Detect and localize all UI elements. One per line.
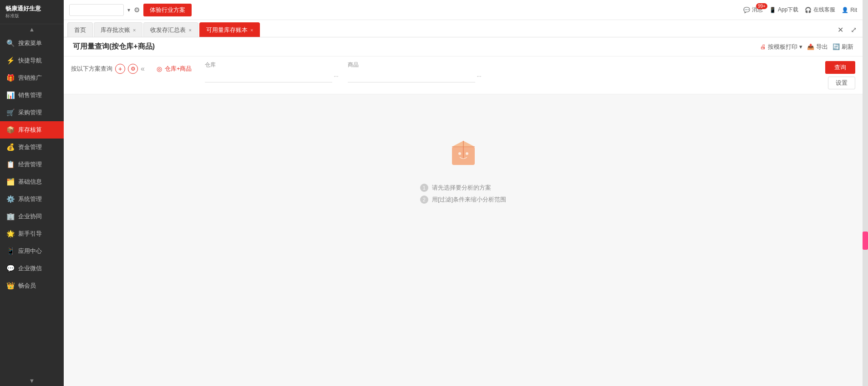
sidebar-item-weixin[interactable]: 💬 企业微信 [0,260,64,277]
tip-text-1: 请先选择要分析的方案 [432,184,491,192]
user-name-label: Rit [850,7,857,13]
message-chat-icon: 💬 [743,7,750,13]
sidebar-item-purchase[interactable]: 🛒 采购管理 [0,104,64,121]
topbar-message-btn[interactable]: 💬 消息 99+ [743,6,763,14]
sidebar-scroll-up[interactable]: ▲ [0,24,64,35]
topbar-app-download-btn[interactable]: 📱 App下载 [769,6,798,14]
print-icon: 🖨 [760,43,766,50]
trial-industry-button[interactable]: 体验行业方案 [143,4,192,16]
service-headset-icon: 🎧 [805,7,812,13]
scrollbar-thumb[interactable] [863,232,868,250]
query-actions: 查询 设置 [825,61,855,89]
sidebar-item-label: 系统管理 [18,195,42,203]
page-title: 可用量查询(按仓库+商品) [73,42,155,51]
svg-point-4 [458,152,461,155]
sidebar-item-label: 快捷导航 [18,57,42,65]
sidebar-item-basics[interactable]: 🗂️ 基础信息 [0,173,64,190]
tab-batch-label: 库存批次账 [101,26,130,34]
tip-text-2: 用[过滤]条件来缩小分析范围 [432,196,506,204]
sidebar-item-search[interactable]: 🔍 搜索菜单 [0,35,64,52]
page-header: 可用量查询(按仓库+商品) 🖨 按模板打印 ▾ 📤 导出 🔄 刷新 [64,37,863,57]
member-icon: 👑 [6,282,15,290]
funds-icon: 💰 [6,143,15,151]
operations-icon: 📋 [6,160,15,169]
sidebar-item-label: 经营管理 [18,160,42,169]
filter-add-scheme-btn[interactable]: + [115,64,125,74]
topbar-dropdown-btn[interactable]: ▾ [127,7,130,13]
main-area: ▾ ⚙ 体验行业方案 💬 消息 99+ 📱 App下载 🎧 在线客服 👤 Rit [64,0,863,386]
tab-home-label: 首页 [74,26,86,34]
refresh-btn[interactable]: 🔄 刷新 [832,43,853,51]
tab-summary[interactable]: 收发存汇总表 × [143,22,198,37]
sidebar-item-label: 畅会员 [18,282,36,290]
right-scrollbar[interactable] [863,0,868,386]
topbar-search-input[interactable] [69,4,124,16]
page-content: 可用量查询(按仓库+商品) 🖨 按模板打印 ▾ 📤 导出 🔄 刷新 [64,37,863,386]
topbar-right: 💬 消息 99+ 📱 App下载 🎧 在线客服 👤 Rit [743,6,857,14]
sidebar-item-enterprise[interactable]: 🏢 企业协同 [0,208,64,225]
app-download-icon: 📱 [769,7,776,13]
newbie-icon: 🌟 [6,230,15,238]
sidebar-item-label: 企业协同 [18,212,42,221]
topbar-gear-btn[interactable]: ⚙ [134,6,140,14]
tab-maximize-btn[interactable]: ⤢ [848,25,859,35]
message-badge: 99+ [756,3,767,9]
sidebar-item-marketing[interactable]: 🎁 营销推广 [0,69,64,87]
tab-close-btn[interactable]: ✕ [835,25,846,35]
enterprise-icon: 🏢 [6,212,15,221]
tab-available-label: 可用量库存账本 [206,26,248,34]
topbar-user-btn[interactable]: 👤 Rit [842,7,857,13]
tab-summary-close[interactable]: × [188,27,191,33]
tab-batch-close[interactable]: × [133,27,136,33]
sidebar-item-quicknav[interactable]: ⚡ 快捷导航 [0,52,64,69]
empty-tip-2: 2 用[过滤]条件来缩小分析范围 [420,196,506,204]
query-button[interactable]: 查询 [825,61,855,74]
empty-tips: 1 请先选择要分析的方案 2 用[过滤]条件来缩小分析范围 [420,184,506,204]
scheme-active-icon: ◎ [157,65,162,72]
purchase-icon: 🛒 [6,108,15,117]
svg-point-5 [466,152,468,155]
sidebar-item-operations[interactable]: 📋 经营管理 [0,156,64,173]
scheme-item-warehouse-goods[interactable]: ◎ 仓库+商品 [153,63,196,75]
warehouse-more-btn[interactable]: ··· [334,73,339,79]
tab-batch[interactable]: 库存批次账 × [94,22,142,37]
sidebar-item-appcenter[interactable]: 📱 应用中心 [0,242,64,260]
tab-available-close[interactable]: × [250,27,253,33]
sidebar-item-member[interactable]: 👑 畅会员 [0,277,64,294]
export-icon: 📤 [807,43,814,50]
sidebar-item-label: 企业微信 [18,264,42,273]
filter-schemes-list: ◎ 仓库+商品 [153,63,196,75]
sidebar-item-label: 营销推广 [18,74,42,82]
tip-num-2: 2 [420,196,428,204]
search-icon: 🔍 [6,39,15,47]
tab-home[interactable]: 首页 [67,22,93,37]
tab-available[interactable]: 可用量库存账本 × [199,22,260,37]
sidebar-item-sales[interactable]: 📊 销售管理 [0,87,64,104]
topbar-online-service-btn[interactable]: 🎧 在线客服 [805,6,835,14]
empty-state: 1 请先选择要分析的方案 2 用[过滤]条件来缩小分析范围 [64,94,863,240]
sidebar-item-funds[interactable]: 💰 资金管理 [0,139,64,156]
page-header-actions: 🖨 按模板打印 ▾ 📤 导出 🔄 刷新 [760,43,853,51]
sidebar-scroll-down[interactable]: ▼ [0,376,64,386]
goods-field-label: 商品 [348,61,482,69]
goods-input[interactable] [348,70,475,82]
filter-scheme-settings-btn[interactable]: ⚙ [128,64,138,74]
filter-collapse-btn[interactable]: « [141,65,145,73]
service-label: 在线客服 [813,6,835,14]
export-btn[interactable]: 📤 导出 [807,43,828,51]
sidebar-item-inventory[interactable]: 📦 库存核算 [0,121,64,139]
sidebar-item-system[interactable]: ⚙️ 系统管理 [0,190,64,208]
sidebar-item-newbie[interactable]: 🌟 新手引导 [0,225,64,242]
print-btn[interactable]: 🖨 按模板打印 ▾ [760,43,802,51]
settings-button[interactable]: 设置 [828,77,855,89]
empty-tip-1: 1 请先选择要分析的方案 [420,184,506,192]
appcenter-icon: 📱 [6,247,15,255]
warehouse-input[interactable] [205,70,332,82]
brand-name: 畅康通好生意 [5,5,58,13]
inventory-icon: 📦 [6,126,15,134]
sidebar-item-label: 搜索菜单 [18,39,42,47]
print-label: 按模板打印 [768,43,797,51]
goods-more-btn[interactable]: ··· [477,73,482,79]
sidebar-menu: 🔍 搜索菜单 ⚡ 快捷导航 🎁 营销推广 📊 销售管理 🛒 采购管理 📦 库存核… [0,35,64,376]
refresh-icon: 🔄 [832,43,840,50]
